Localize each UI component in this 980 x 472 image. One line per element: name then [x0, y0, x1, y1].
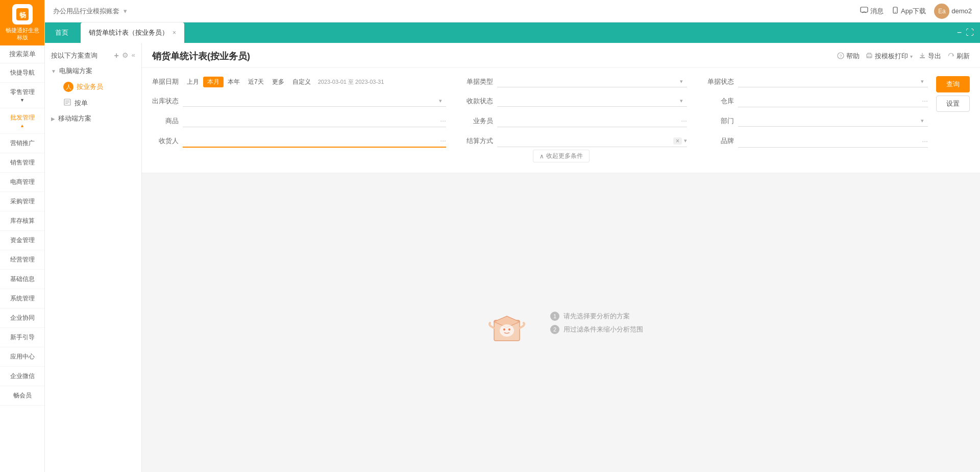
settlement-clear-tag[interactable]: × — [673, 137, 682, 145]
sidebar-item-retail-label: 零售管理 — [10, 88, 35, 97]
tab-close-icon[interactable]: × — [173, 29, 176, 36]
sidebar-logo[interactable]: 畅 畅捷通好生意 标版 — [0, 0, 44, 45]
dropdown-icon[interactable]: ▾ — [124, 7, 127, 15]
left-panel-actions: + ⚙ « — [114, 51, 135, 60]
username-label: demo2 — [951, 7, 972, 15]
tree-item-salesperson-label: 按业务员 — [77, 82, 103, 91]
doc-type-select[interactable]: ▾ — [497, 76, 687, 87]
salesperson-icon-text: 人 — [66, 83, 71, 91]
salesperson-more-icon[interactable]: ··· — [681, 116, 687, 125]
receiver-more-icon[interactable]: ··· — [440, 136, 446, 145]
refresh-icon — [947, 52, 954, 61]
add-scheme-button[interactable]: + — [114, 51, 118, 60]
shortcut-nav[interactable]: 快捷导航 — [0, 63, 44, 83]
sidebar-item-ecommerce[interactable]: 电商管理 — [0, 173, 44, 192]
date-custom-btn[interactable]: 自定义 — [288, 77, 315, 87]
export-button[interactable]: 导出 — [919, 52, 941, 61]
sidebar-item-marketing[interactable]: 营销推广 — [0, 134, 44, 153]
main-content: 1 请先选择要分析的方案 2 用过滤条件来缩小分析范围 — [142, 173, 980, 472]
app-download-button[interactable]: App下载 — [892, 7, 926, 16]
brand-more-icon[interactable]: ··· — [922, 137, 928, 145]
filter-dept: 部门 ▾ — [707, 115, 928, 127]
sidebar-item-enterprise[interactable]: 企业协同 — [0, 309, 44, 328]
sidebar-item-retail[interactable]: 零售管理 ▼ — [0, 83, 44, 108]
receive-status-select[interactable]: ▾ — [497, 96, 687, 107]
collapse-filters-button[interactable]: ∧ 收起更多条件 — [533, 150, 590, 162]
salesperson-active-icon: 人 — [63, 82, 74, 92]
print-dropdown-icon[interactable]: ▾ — [910, 54, 913, 59]
user-menu[interactable]: Ea demo2 — [934, 4, 972, 19]
topbar-right: 消息 App下载 Ea demo2 — [860, 4, 972, 19]
doc-status-select[interactable]: ▾ — [738, 76, 928, 87]
messages-button[interactable]: 消息 — [860, 6, 884, 16]
date-this-year-btn[interactable]: 本年 — [224, 77, 244, 87]
filter-salesperson-label: 业务员 — [467, 116, 497, 126]
dept-select[interactable]: ▾ — [738, 115, 928, 127]
sidebar-item-ecommerce-label: 电商管理 — [2, 178, 42, 186]
dept-arrow: ▾ — [921, 117, 924, 124]
print-button[interactable]: 按模板打印 ▾ — [866, 52, 913, 61]
settlement-tag-x[interactable]: × — [676, 137, 679, 145]
filter-settlement: 结算方式 × ▾ — [467, 135, 687, 147]
minimize-icon[interactable]: − — [957, 28, 962, 37]
filter-product-label: 商品 — [152, 116, 183, 126]
refresh-button[interactable]: 刷新 — [947, 52, 970, 61]
search-menu[interactable]: 搜索菜单 — [0, 45, 44, 63]
sidebar-item-member[interactable]: 畅会员 — [0, 386, 44, 406]
out-status-select[interactable]: ▾ — [183, 96, 446, 107]
sidebar-item-appcenter[interactable]: 应用中心 — [0, 347, 44, 367]
sidebar-item-finance[interactable]: 资金管理 — [0, 231, 44, 250]
tip-text-1: 请先选择要分析的方案 — [564, 312, 630, 321]
sidebar-group-retail: 零售管理 ▼ — [0, 83, 44, 108]
settings-button[interactable]: 设置 — [936, 96, 970, 112]
filter-date: 单据日期 上月 本月 本年 近7天 更多 自定义 2023-03-01 至 20… — [152, 77, 446, 87]
date-7days-btn[interactable]: 近7天 — [244, 77, 268, 87]
filter-row-2: 出库状态 ▾ 收款状态 ▾ — [152, 95, 928, 107]
topbar-left: 办公用品行业模拟账套 ▾ — [53, 7, 127, 16]
right-panel: 销货单统计表(按业务员) ? 帮助 按模板打印 ▾ — [142, 43, 980, 472]
sidebar-item-basics[interactable]: 基础信息 — [0, 270, 44, 289]
filter-dept-label: 部门 — [707, 116, 738, 126]
refresh-label: 刷新 — [957, 52, 970, 61]
tab-home[interactable]: 首页 — [45, 22, 79, 43]
sidebar-item-system[interactable]: 系统管理 — [0, 289, 44, 309]
svg-point-4 — [895, 12, 896, 13]
collapse-panel-button[interactable]: « — [132, 51, 135, 60]
sidebar-item-wholesale[interactable]: 批发管理 ▲ — [0, 108, 44, 134]
tree-collapsed-icon: ▶ — [51, 116, 55, 122]
page-title: 销货单统计表(按业务员) — [152, 50, 250, 62]
svg-point-16 — [500, 324, 514, 337]
sidebar-item-wechat[interactable]: 企业微信 — [0, 367, 44, 386]
tree-item-order[interactable]: 按单 — [45, 95, 141, 111]
sidebar-group-wholesale: 批发管理 ▲ — [0, 108, 44, 134]
shortcut-nav-label: 快捷导航 — [2, 68, 42, 77]
tree-item-salesperson[interactable]: 人 按业务员 — [45, 79, 141, 95]
help-button[interactable]: ? 帮助 — [837, 52, 860, 61]
tabbar-actions: − ⛶ — [957, 28, 980, 37]
sidebar-item-inventory[interactable]: 库存核算 — [0, 211, 44, 231]
date-range-text: 2023-03-01 至 2023-03-31 — [318, 78, 384, 86]
empty-tip-1: 1 请先选择要分析的方案 — [550, 312, 643, 321]
tree-desktop-label: 电脑端方案 — [59, 66, 92, 76]
sidebar-item-sales[interactable]: 销售管理 — [0, 153, 44, 173]
tree-desktop-group[interactable]: ▼ 电脑端方案 — [45, 63, 141, 79]
tab-active[interactable]: 销货单统计表（按业务员） × — [81, 22, 184, 43]
date-more-btn[interactable]: 更多 — [268, 77, 288, 87]
sidebar-item-wechat-label: 企业微信 — [2, 372, 42, 381]
date-last-month-btn[interactable]: 上月 — [183, 77, 203, 87]
warehouse-more-icon[interactable]: ··· — [922, 97, 928, 105]
filter-settlement-label: 结算方式 — [467, 136, 497, 146]
receiver-input[interactable] — [183, 137, 438, 145]
tree-mobile-group[interactable]: ▶ 移动端方案 — [45, 111, 141, 126]
settings-scheme-button[interactable]: ⚙ — [122, 51, 129, 60]
sidebar-item-purchase[interactable]: 采购管理 — [0, 192, 44, 211]
query-button[interactable]: 查询 — [936, 76, 970, 92]
sidebar-item-finance-label: 资金管理 — [2, 236, 42, 245]
settlement-arrow[interactable]: ▾ — [684, 137, 687, 144]
sidebar-item-management[interactable]: 经营管理 — [0, 250, 44, 270]
sidebar-item-newbie[interactable]: 新手引导 — [0, 328, 44, 347]
product-more-icon[interactable]: ··· — [440, 116, 446, 125]
maximize-icon[interactable]: ⛶ — [966, 28, 974, 37]
date-this-month-btn[interactable]: 本月 — [203, 77, 224, 87]
left-panel-header: 按以下方案查询 + ⚙ « — [45, 48, 141, 63]
